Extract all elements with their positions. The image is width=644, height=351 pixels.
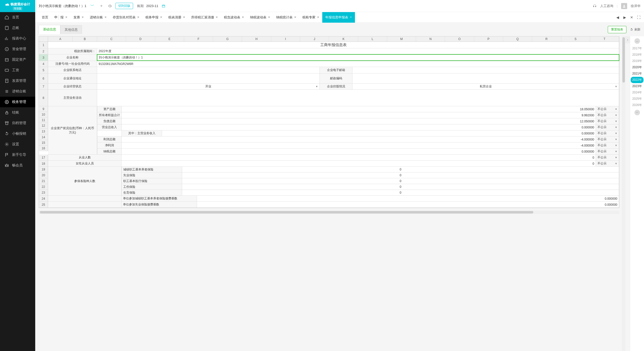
row-header[interactable]: 6 — [39, 74, 48, 83]
column-header[interactable]: N — [416, 37, 445, 42]
tab[interactable]: 纳税统计表✕ — [273, 12, 299, 23]
row-header[interactable]: 11 — [39, 117, 48, 123]
column-header[interactable]: E — [155, 37, 184, 42]
consult-link[interactable]: 人工咨询 — [600, 4, 613, 8]
column-header[interactable]: K — [329, 37, 358, 42]
column-header[interactable]: L — [358, 37, 387, 42]
close-icon[interactable]: ✕ — [104, 16, 107, 19]
year-item[interactable]: 2017年 — [631, 45, 643, 52]
cell[interactable]: 18.050000 — [122, 106, 596, 112]
row-header[interactable]: 24 — [39, 196, 48, 201]
column-header[interactable]: O — [445, 37, 474, 42]
close-icon[interactable]: ✕ — [317, 16, 319, 19]
sidebar-item-invoice[interactable]: 发票管理 — [0, 76, 35, 86]
row-header[interactable]: 8 — [39, 90, 48, 106]
column-header[interactable]: I — [271, 37, 300, 42]
sidebar-item-archive[interactable]: 归档管理 — [0, 118, 35, 128]
visibility-select[interactable]: 不公示▼ — [596, 124, 619, 130]
row-header[interactable]: 12 — [39, 123, 48, 129]
column-header[interactable]: Q — [503, 37, 532, 42]
tab-prev-icon[interactable]: ◀ — [615, 15, 620, 20]
tab[interactable]: 税务申报✕ — [142, 12, 165, 23]
year-item[interactable]: 2025年 — [631, 96, 643, 102]
fullscreen-icon[interactable]: ⛶ — [636, 15, 641, 20]
row-header[interactable]: 13 — [39, 129, 48, 134]
row-header[interactable]: 18 — [39, 161, 48, 166]
cell[interactable] — [352, 74, 619, 83]
sidebar-item-assets[interactable]: 固定资产 — [0, 54, 35, 65]
visibility-select[interactable]: 不公示▼ — [596, 149, 619, 154]
column-header[interactable]: H — [242, 37, 271, 42]
cell[interactable]: 0 — [182, 178, 619, 184]
column-header[interactable]: T — [590, 37, 619, 42]
visibility-select[interactable]: 不公示▼ — [596, 112, 619, 118]
close-icon[interactable]: ✕ — [82, 16, 84, 19]
close-icon[interactable]: ✕ — [294, 16, 296, 19]
refresh-button[interactable]: 刷新 — [630, 27, 640, 32]
sidebar-item-guide[interactable]: 新手引导 — [0, 150, 35, 160]
tab[interactable]: 年报信息申报表✕ — [322, 12, 355, 23]
column-header[interactable]: C — [97, 37, 126, 42]
close-icon[interactable]: ✕ — [216, 16, 218, 19]
avatar-icon[interactable] — [621, 3, 627, 9]
cell[interactable]: 2022年度 — [97, 48, 619, 54]
sidebar-item-inout[interactable]: 进销台账 — [0, 86, 35, 97]
row-header[interactable]: 17 — [39, 155, 48, 160]
sidebar-item-xc[interactable]: 小畅报销 — [0, 128, 35, 139]
sidebar-item-salary[interactable]: 工资 — [0, 65, 35, 76]
chevron-down-icon[interactable]: ﹀ — [89, 3, 96, 9]
cell[interactable]: 0.000000 — [197, 196, 619, 201]
switch-old-version-button[interactable]: 切到旧版 — [115, 3, 133, 9]
period-value[interactable]: 2023-11 — [146, 4, 158, 8]
tab[interactable]: 存货别名对照表✕ — [110, 12, 142, 23]
cell[interactable]: 91320811MA7NGR2W6R — [97, 61, 619, 67]
tab-close-all-icon[interactable]: ✕ — [629, 15, 634, 20]
horizontal-scrollbar[interactable] — [39, 210, 619, 214]
year-item[interactable]: 2024年 — [631, 89, 643, 96]
close-icon[interactable]: ✕ — [268, 16, 270, 19]
visibility-select[interactable]: 不公示▼ — [596, 106, 619, 112]
cell-selected[interactable]: 刘小艳演示账套（勿删勿动！）1 — [97, 54, 619, 61]
cell[interactable]: 0 — [122, 161, 596, 166]
cell[interactable]: -4.000000 — [122, 136, 596, 142]
close-icon[interactable]: ✕ — [242, 16, 244, 19]
cell[interactable] — [97, 67, 320, 73]
cell[interactable]: 0.000000 — [122, 124, 596, 130]
close-icon[interactable]: ✕ — [137, 16, 139, 19]
year-item[interactable]: 2023年 — [631, 83, 643, 89]
row-header[interactable]: 22 — [39, 184, 48, 190]
row-header[interactable]: 25 — [39, 202, 48, 207]
row-header[interactable]: 14 — [39, 134, 48, 140]
tab[interactable]: 税表清册✕ — [165, 12, 188, 23]
cell[interactable] — [352, 67, 619, 73]
tab[interactable]: 所得税汇算清缴✕ — [188, 12, 221, 23]
year-item[interactable]: 2020年 — [631, 64, 643, 71]
cell[interactable]: 0.000000 — [162, 130, 596, 136]
cell[interactable]: 0 — [182, 190, 619, 195]
close-icon[interactable]: ✕ — [183, 16, 185, 19]
year-item[interactable]: 2021年 — [631, 71, 643, 77]
cell[interactable]: 0 — [182, 184, 619, 190]
column-header[interactable]: J — [300, 37, 329, 42]
tab[interactable]: 首页 — [39, 12, 51, 23]
sidebar-item-gl[interactable]: 总账 — [0, 23, 35, 33]
subtab-basic[interactable]: 基础信息 — [39, 25, 60, 34]
row-header[interactable]: 7 — [39, 84, 48, 89]
tab[interactable]: 申报✕ — [51, 12, 70, 23]
account-selector[interactable]: 刘小艳演示账套（勿删勿动！）1 — [39, 4, 86, 8]
cell[interactable]: 0.000000 — [122, 149, 596, 154]
cell[interactable]: 0 — [122, 155, 596, 160]
year-item[interactable]: 2019年 — [631, 58, 643, 64]
reset-report-button[interactable]: 重置报表 — [608, 26, 626, 33]
tab-next-icon[interactable]: ▶ — [622, 15, 627, 20]
tab[interactable]: 纳税波动表✕ — [247, 12, 273, 23]
plus-icon[interactable]: ＋ — [98, 2, 104, 10]
row-header[interactable]: 21 — [39, 178, 48, 184]
tab[interactable]: 进销台账✕ — [87, 12, 110, 23]
sidebar-item-tax[interactable]: 税务管理 — [0, 97, 35, 107]
year-item[interactable]: 2022年 — [631, 77, 643, 83]
visibility-select[interactable]: 不公示▼ — [596, 136, 619, 142]
row-header[interactable]: 2 — [39, 48, 48, 54]
column-header[interactable]: S — [561, 37, 590, 42]
column-header[interactable]: B — [73, 37, 97, 42]
